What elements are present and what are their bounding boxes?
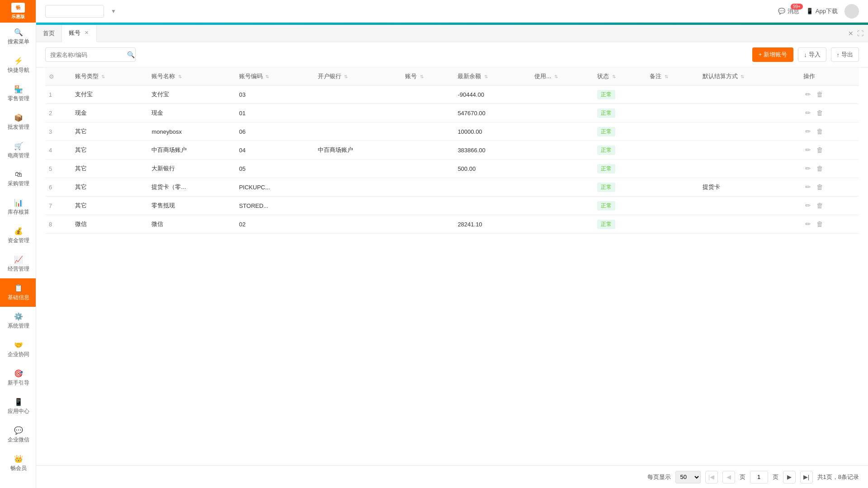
col-type[interactable]: 账号类型 ⇅ bbox=[71, 68, 148, 85]
row-bank bbox=[314, 178, 401, 197]
table-row: 8 微信 微信 02 28241.10 正常 ✏ 🗑 bbox=[45, 215, 859, 234]
sidebar-item-purchase[interactable]: 🛍采购管理 bbox=[0, 165, 36, 193]
col-remark[interactable]: 备注 ⇅ bbox=[646, 68, 698, 85]
col-status[interactable]: 状态 ⇅ bbox=[594, 68, 646, 85]
sidebar-item-quick[interactable]: ⚡快捷导航 bbox=[0, 51, 36, 80]
row-default-settle bbox=[699, 122, 800, 141]
purchase-icon: 🛍 bbox=[15, 170, 22, 178]
page-number-input[interactable] bbox=[750, 471, 768, 483]
sidebar-label-member: 畅会员 bbox=[10, 465, 27, 472]
tab-icons: ✕ ⛶ bbox=[844, 30, 868, 37]
col-name[interactable]: 账号名称 ⇅ bbox=[148, 68, 235, 85]
col-gear[interactable]: ⚙ bbox=[45, 68, 71, 85]
import-button[interactable]: ↓ 导入 bbox=[798, 47, 826, 62]
go-page-label: 页 bbox=[773, 473, 778, 481]
sidebar-item-retail[interactable]: 🏪零售管理 bbox=[0, 80, 36, 108]
tab-maximize-icon[interactable]: ⛶ bbox=[857, 30, 863, 37]
toolbar-right: + 新增账号 ↓ 导入 ↑ 导出 bbox=[752, 47, 859, 62]
tab-refresh-icon[interactable]: ✕ bbox=[848, 30, 854, 37]
sidebar-item-guide[interactable]: 🎯新手引导 bbox=[0, 364, 36, 392]
sidebar-item-wholesale[interactable]: 📦批发管理 bbox=[0, 108, 36, 136]
row-balance: 28241.10 bbox=[454, 215, 531, 234]
delete-button[interactable]: 🗑 bbox=[815, 108, 825, 117]
topbar-search-input[interactable] bbox=[45, 5, 104, 18]
tab-home-label: 首页 bbox=[43, 29, 55, 38]
row-type: 其它 bbox=[71, 197, 148, 215]
row-balance bbox=[454, 178, 531, 197]
sidebar-item-wechat[interactable]: 💬企业微信 bbox=[0, 421, 36, 449]
col-default-settle[interactable]: 默认结算方式 ⇅ bbox=[699, 68, 800, 85]
sidebar-item-inventory[interactable]: 📊库存核算 bbox=[0, 193, 36, 221]
row-default-settle bbox=[699, 104, 800, 122]
edit-button[interactable]: ✏ bbox=[803, 182, 813, 192]
edit-button[interactable]: ✏ bbox=[803, 89, 813, 99]
table-row: 6 其它 提货卡（零... PICKUPC... 正常 提货卡 ✏ 🗑 bbox=[45, 178, 859, 197]
app-icon: 📱 bbox=[14, 398, 23, 406]
delete-button[interactable]: 🗑 bbox=[815, 201, 825, 210]
message-button[interactable]: 💬 消息 99+ bbox=[778, 7, 799, 15]
sidebar-item-corp[interactable]: 🤝企业协同 bbox=[0, 335, 36, 364]
row-actions: ✏ 🗑 bbox=[800, 160, 859, 178]
delete-button[interactable]: 🗑 bbox=[815, 89, 825, 99]
app-download-button[interactable]: 📱 App下载 bbox=[806, 7, 838, 15]
sidebar-label-purchase: 采购管理 bbox=[8, 180, 29, 188]
sidebar-item-ecom[interactable]: 🛒电商管理 bbox=[0, 136, 36, 165]
search-input[interactable] bbox=[45, 47, 136, 62]
edit-button[interactable]: ✏ bbox=[803, 108, 813, 118]
search-icon: 🔍 bbox=[14, 28, 23, 37]
delete-button[interactable]: 🗑 bbox=[815, 219, 825, 229]
row-code: 05 bbox=[236, 160, 314, 178]
col-account[interactable]: 账号 ⇅ bbox=[401, 68, 454, 85]
edit-button[interactable]: ✏ bbox=[803, 219, 813, 229]
last-page-button[interactable]: ▶| bbox=[800, 471, 813, 483]
sidebar-item-operation[interactable]: 📈经营管理 bbox=[0, 250, 36, 278]
row-balance: -90444.00 bbox=[454, 85, 531, 104]
sidebar-item-basic[interactable]: 📋基础信息 bbox=[0, 278, 36, 307]
edit-button[interactable]: ✏ bbox=[803, 201, 813, 211]
export-button[interactable]: ↑ 导出 bbox=[831, 47, 859, 62]
row-remark bbox=[646, 104, 698, 122]
row-actions: ✏ 🗑 bbox=[800, 197, 859, 215]
edit-button[interactable]: ✏ bbox=[803, 164, 813, 174]
tab-home[interactable]: 首页 bbox=[36, 25, 62, 42]
search-button[interactable]: 🔍 bbox=[123, 47, 138, 62]
table-body: 1 支付宝 支付宝 03 -90444.00 正常 ✏ 🗑 2 现金 现金 01… bbox=[45, 85, 859, 234]
sidebar-label-inventory: 库存核算 bbox=[8, 208, 29, 216]
prev-page-button[interactable]: ◀ bbox=[722, 471, 735, 483]
message-badge: 99+ bbox=[791, 4, 803, 9]
add-account-button[interactable]: + 新增账号 bbox=[752, 47, 793, 62]
col-code[interactable]: 账号编码 ⇅ bbox=[236, 68, 314, 85]
app-logo[interactable]: 畅 乐惠版 bbox=[0, 0, 36, 23]
sidebar-item-finance[interactable]: 💰资金管理 bbox=[0, 221, 36, 250]
col-bank[interactable]: 开户银行 ⇅ bbox=[314, 68, 401, 85]
import-icon: ↓ bbox=[804, 52, 807, 58]
first-page-button[interactable]: |◀ bbox=[705, 471, 718, 483]
sidebar-item-system[interactable]: ⚙️系统管理 bbox=[0, 307, 36, 335]
topbar-dropdown-arrow[interactable]: ▼ bbox=[111, 8, 116, 14]
sidebar-item-search[interactable]: 🔍搜索菜单 bbox=[0, 23, 36, 51]
edit-button[interactable]: ✏ bbox=[803, 145, 813, 155]
delete-button[interactable]: 🗑 bbox=[815, 127, 825, 136]
next-page-button[interactable]: ▶ bbox=[783, 471, 796, 483]
col-usage[interactable]: 使用... ⇅ bbox=[531, 68, 594, 85]
tab-account-close[interactable]: ✕ bbox=[83, 30, 90, 36]
edit-button[interactable]: ✏ bbox=[803, 127, 813, 136]
member-icon: 👑 bbox=[14, 455, 23, 463]
delete-button[interactable]: 🗑 bbox=[815, 182, 825, 192]
row-code: STORED... bbox=[236, 197, 314, 215]
delete-button[interactable]: 🗑 bbox=[815, 164, 825, 173]
row-type: 其它 bbox=[71, 141, 148, 160]
tab-account-label: 账号 bbox=[69, 29, 80, 37]
tab-account[interactable]: 账号 ✕ bbox=[62, 25, 97, 42]
sidebar-item-app[interactable]: 📱应用中心 bbox=[0, 392, 36, 421]
row-account bbox=[401, 178, 454, 197]
sidebar-item-member[interactable]: 👑畅会员 bbox=[0, 449, 36, 478]
table-row: 1 支付宝 支付宝 03 -90444.00 正常 ✏ 🗑 bbox=[45, 85, 859, 104]
col-balance[interactable]: 最新余额 ⇅ bbox=[454, 68, 531, 85]
accounts-table: ⚙ 账号类型 ⇅ 账号名称 ⇅ 账号编码 ⇅ 开户银行 ⇅ 账号 ⇅ 最新余额 … bbox=[45, 68, 859, 234]
delete-button[interactable]: 🗑 bbox=[815, 145, 825, 155]
user-avatar[interactable] bbox=[844, 4, 859, 19]
row-num: 3 bbox=[45, 122, 71, 141]
per-page-select[interactable]: 50 100 bbox=[675, 471, 701, 483]
row-default-settle: 提货卡 bbox=[699, 178, 800, 197]
